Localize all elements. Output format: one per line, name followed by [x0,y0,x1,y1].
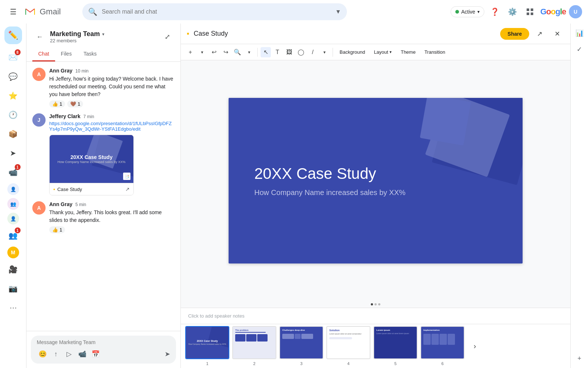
group-dropdown-icon[interactable]: ▾ [102,32,104,37]
settings-button[interactable]: ⚙️ [505,4,520,19]
sidebar-item-video-add[interactable]: 📷 [4,280,22,297]
message-content: Jeffery Clark 7 min https://docs.google.… [49,113,175,195]
background-button[interactable]: Background [336,48,369,56]
topbar-logo: ☰ Gmail [6,4,79,19]
sidebar-item-mail[interactable]: ✉️ 8 [4,49,22,66]
filmstrip-next-button[interactable]: › [467,339,482,354]
nav-dot-3[interactable] [378,303,380,305]
theme-button[interactable]: Theme [397,48,419,56]
avatar: J [32,113,46,127]
shape-tool-button[interactable]: ◯ [296,47,306,57]
contacts-badge: 1 [15,227,21,233]
filmstrip-slide-2[interactable]: The problem [232,326,276,359]
hamburger-menu-button[interactable]: ☰ [6,4,21,19]
tab-chat[interactable]: Chat [32,47,55,61]
external-link-icon[interactable]: ↗ [125,186,130,192]
filmstrip-container-4: Solution Lorem ipsum dolor sit amet cons… [326,326,370,359]
reaction-heart[interactable]: 🤎 1 [67,100,83,107]
calendar-button[interactable]: 📅 [90,348,101,360]
filmstrip-slide-content-1: 20XX Case Study How Company Name increas… [186,327,229,358]
sidebar-item-starred[interactable]: ⭐ [4,87,22,105]
status-button[interactable]: Active ▾ [451,6,484,17]
attach-button[interactable]: ↑ [50,348,62,360]
add-dropdown-button[interactable]: ▾ [197,47,207,57]
contact-avatar-2[interactable]: 👥 [7,198,19,210]
open-in-new-button[interactable]: ↗ [532,26,547,41]
chat-messages: A Ann Gray 10 min Hi Jeffery, how's it g… [26,62,180,331]
chat-input[interactable] [37,339,170,345]
avatar: A [32,201,46,215]
sidebar-item-more[interactable]: ⋯ [4,299,22,316]
text-tool-button[interactable]: T [272,47,283,57]
zoom-button[interactable]: 🔍 [232,47,243,57]
line-dropdown-button[interactable]: ▾ [319,47,330,57]
nav-dot-1[interactable] [371,303,373,305]
impl-items [423,334,455,345]
image-tool-button[interactable]: 🖼 [284,47,294,57]
more-icon: ⋯ [10,303,17,312]
line-tool-button[interactable]: / [308,47,318,57]
filmstrip-slide-1[interactable]: 20XX Case Study How Company Name increas… [185,326,229,359]
sidebar-item-meet[interactable]: 📹 1 [4,163,22,181]
contact-avatar-3[interactable]: 👤 [7,213,19,224]
chat-sidebar: ← Marketing Team ▾ 22 members ⤢ Chat Fil… [26,24,181,368]
search-bar[interactable]: 🔍 ▼ [82,3,347,20]
filmstrip-slide-content-4: Solution Lorem ipsum dolor sit amet cons… [327,327,370,358]
send-button[interactable]: ➤ [165,350,170,358]
back-button[interactable]: ← [32,29,47,44]
slide-preview[interactable]: 20XX Case Study How Company Name increas… [49,135,134,195]
sidebar-item-chat[interactable]: 💬 [4,68,22,85]
message-link[interactable]: https://docs.google.com/presentation/d/1… [49,121,175,132]
nav-dot-2[interactable] [374,303,377,305]
share-button[interactable]: Share [500,28,529,40]
impl-box-4 [448,334,455,345]
slide-canvas[interactable]: 20XX Case Study How Company Name increas… [229,98,523,263]
user-avatar[interactable]: U [569,5,582,18]
select-tool-button[interactable]: ↖ [261,47,271,57]
filmstrip-slide-6[interactable]: Implementation [420,326,465,359]
slide-preview-text: 20XX Case Study How Company Name increas… [54,151,128,167]
filmstrip-slide-4[interactable]: Solution Lorem ipsum dolor sit amet cons… [326,326,370,359]
speaker-notes[interactable]: Click to add speaker notes [181,308,570,324]
tab-tasks[interactable]: Tasks [78,47,103,61]
gif-button[interactable]: ▷ [63,348,75,360]
tab-files[interactable]: Files [55,47,78,61]
sidebar-item-video[interactable]: 🎥 [4,261,22,278]
right-sidebar-tasks-button[interactable]: ✓ [573,43,586,56]
sidebar-item-send[interactable]: ➤ [4,144,22,162]
layout-button[interactable]: Layout ▾ [370,48,395,56]
compose-button[interactable]: ✏️ [4,26,22,44]
emoji-button[interactable]: 😊 [37,348,49,360]
apps-grid-button[interactable] [523,4,537,19]
filmstrip-slide-5[interactable]: Lorem ipsum Lorem ipsum dolor sit amet l… [373,326,417,359]
close-presentation-button[interactable]: ✕ [550,26,564,41]
search-input[interactable] [102,8,331,15]
search-icon: 🔍 [88,7,97,16]
filmstrip-slide-number-6: 6 [441,361,444,366]
filmstrip-slide-3[interactable]: Challenges deep-dive [279,326,323,359]
message-text: Thank you, Jeffery. This looks great. I'… [49,209,175,224]
filmstrip-container-1: 20XX Case Study How Company Name increas… [185,326,229,359]
undo-button[interactable]: ↩ [209,47,219,57]
video-call-button[interactable]: 📹 [76,348,88,360]
contact-avatar-1[interactable]: 👤 [7,183,19,195]
sidebar-item-history[interactable]: 🕐 [4,106,22,124]
right-sidebar-add-button[interactable]: + [573,352,586,365]
filmstrip: 20XX Case Study How Company Name increas… [181,324,570,368]
help-button[interactable]: ❓ [487,4,502,19]
group-avatar[interactable]: M [7,247,19,258]
search-dropdown-icon[interactable]: ▼ [335,8,341,15]
sidebar-item-contacts[interactable]: 👥 1 [4,227,22,244]
reaction-thumbsup[interactable]: 👍 1 [49,226,65,233]
expand-button[interactable]: ⤢ [160,29,175,44]
filmstrip-slide-content-3: Challenges deep-dive [280,327,323,358]
sidebar-item-archive[interactable]: 📦 [4,125,22,143]
reaction-thumbsup[interactable]: 👍 1 [49,100,65,107]
zoom-dropdown-button[interactable]: ▾ [244,47,254,57]
slide-preview-subtitle: How Company Name increased sales by XX% [57,160,125,164]
transition-button[interactable]: Transition [421,48,449,56]
add-button[interactable]: + [185,47,196,57]
google-logo[interactable]: Google [540,7,566,17]
redo-button[interactable]: ↪ [220,47,231,57]
right-sidebar-slides-button[interactable]: 📊 [573,26,586,40]
